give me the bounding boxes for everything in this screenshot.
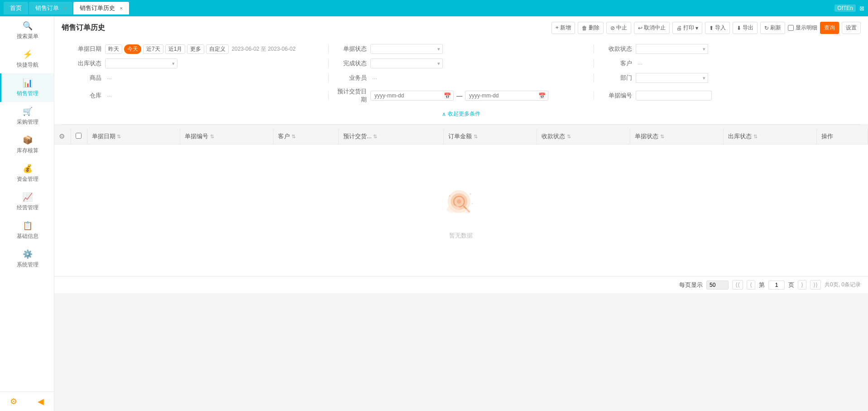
out-status-select[interactable] (105, 58, 177, 68)
th-amount-label: 订单金额 (448, 133, 472, 140)
cancel-stop-button[interactable]: ↩ 取消中止 (634, 22, 670, 34)
th-date[interactable]: 单据日期 ⇅ (87, 129, 180, 145)
new-button[interactable]: + 新增 (551, 22, 575, 34)
customer-picker-icon[interactable]: ··· (636, 60, 644, 67)
table-settings-icon[interactable]: ⚙ (59, 132, 65, 140)
filter-row-1: 单据日期 昨天 今天 近7天 近1月 更多 自定义 2023-06-02 至 2… (69, 44, 854, 54)
delete-button[interactable]: 🗑 删除 (578, 22, 604, 34)
search-icon: 🔍 (23, 21, 33, 31)
payment-select[interactable] (636, 44, 708, 54)
doc-no-input[interactable] (636, 91, 712, 101)
sort-date-icon[interactable]: ⇅ (117, 134, 121, 139)
page-label-before: 第 (759, 281, 765, 289)
query-button[interactable]: 查询 (820, 22, 839, 34)
status-select[interactable] (370, 44, 443, 54)
date-label: 单据日期 (69, 45, 105, 53)
quick-today[interactable]: 今天 (124, 44, 141, 54)
sort-doc-status-icon[interactable]: ⇅ (660, 134, 664, 139)
th-customer[interactable]: 客户 ⇅ (273, 129, 338, 145)
quick-yesterday[interactable]: 昨天 (105, 44, 122, 54)
sort-amount-icon[interactable]: ⇅ (474, 134, 478, 139)
stop-button[interactable]: ⊘ 中止 (606, 22, 631, 34)
page-size-select[interactable]: 50 20 100 (706, 280, 729, 290)
th-ops-label: 操作 (821, 133, 833, 140)
sidebar-item-purchase-mgmt[interactable]: 🛒 采购管理 (0, 102, 54, 131)
th-docno[interactable]: 单据编号 ⇅ (180, 129, 273, 145)
sort-customer-icon[interactable]: ⇅ (292, 134, 296, 139)
next-page-btn[interactable]: ⟩ (798, 280, 806, 290)
sort-out-status-icon[interactable]: ⇅ (753, 134, 758, 139)
collapse-row[interactable]: ∧ 收起更多条件 (69, 108, 854, 120)
svg-point-8 (470, 193, 471, 195)
expected-date-end[interactable] (465, 91, 548, 101)
complete-label: 完成状态 (334, 59, 370, 68)
status-filter-control: ▾ (370, 44, 588, 54)
sidebar-collapse-icon[interactable]: ◀ (38, 396, 44, 406)
divider-6 (594, 73, 594, 82)
out-status-control: ▾ (105, 58, 323, 68)
warehouse-picker-icon[interactable]: ··· (105, 92, 114, 99)
th-expected-date-label: 预计交货... (343, 133, 372, 140)
refresh-button[interactable]: ↻ 刷新 (760, 22, 785, 34)
import-button[interactable]: ⬆ 导入 (705, 22, 730, 34)
tab-home[interactable]: 首页 (4, 2, 28, 15)
th-payment-status[interactable]: 收款状态 ⇅ (537, 129, 630, 145)
goods-picker-icon[interactable]: ··· (105, 75, 114, 82)
expected-date-start[interactable] (370, 91, 454, 101)
sidebar-item-operations[interactable]: 📈 经营管理 (0, 188, 54, 216)
quick-7days[interactable]: 近7天 (143, 44, 163, 54)
settings-button[interactable]: 设置 (842, 22, 861, 34)
quick-custom[interactable]: 自定义 (206, 44, 229, 54)
often-badge[interactable]: OfTEn (834, 5, 856, 12)
page-size-label: 每页显示 (679, 281, 703, 289)
select-all-checkbox[interactable] (76, 133, 82, 139)
complete-select[interactable] (370, 58, 443, 68)
th-out-status[interactable]: 出库状态 ⇅ (723, 129, 816, 145)
print-button[interactable]: 🖨 打印 ▾ (672, 22, 702, 34)
sort-expected-date-icon[interactable]: ⇅ (373, 134, 377, 139)
divider-1 (328, 44, 329, 53)
sidebar-item-quick-nav[interactable]: ⚡ 快捷导航 (0, 45, 54, 73)
display-detail-input[interactable] (788, 25, 794, 31)
tab-sales-order-close[interactable]: × (63, 5, 66, 11)
warehouse-control: ··· (105, 92, 323, 99)
sidebar-item-sys-mgmt[interactable]: ⚙️ 系统管理 (0, 245, 54, 273)
tab-sales-order-history[interactable]: 销售订单历史 × (73, 2, 129, 15)
th-expected-date[interactable]: 预计交货... ⇅ (338, 129, 443, 145)
window-close-btn[interactable]: ⊠ (859, 5, 864, 12)
page-num-input[interactable] (768, 280, 785, 290)
dept-select[interactable] (636, 73, 708, 83)
tab-sales-order[interactable]: 销售订单 × (29, 2, 72, 15)
filter-row-4: 仓库 ··· 预计交货日期 📅 — (69, 87, 854, 104)
th-payment-status-label: 收款状态 (542, 133, 565, 140)
sort-payment-icon[interactable]: ⇅ (567, 134, 571, 139)
sidebar-item-inventory-label: 库存核算 (17, 147, 38, 155)
first-page-btn[interactable]: ⟨⟨ (732, 280, 743, 290)
th-customer-label: 客户 (278, 133, 290, 140)
divider-4 (594, 59, 594, 68)
stop-icon: ⊘ (610, 25, 615, 31)
quick-1month[interactable]: 近1月 (165, 44, 186, 54)
dept-select-wrapper: ▾ (636, 73, 708, 83)
display-detail-checkbox[interactable]: 显示明细 (788, 24, 817, 32)
sidebar-item-data[interactable]: 📋 基础信息 (0, 216, 54, 245)
last-page-btn[interactable]: ⟩⟩ (810, 280, 821, 290)
tab-sales-order-history-close[interactable]: × (120, 5, 122, 11)
filter-area: 单据日期 昨天 今天 近7天 近1月 更多 自定义 2023-06-02 至 2… (62, 39, 861, 125)
export-button[interactable]: ⬇ 导出 (733, 22, 758, 34)
sort-docno-icon[interactable]: ⇅ (210, 134, 214, 139)
prev-page-btn[interactable]: ⟨ (747, 280, 755, 290)
sidebar-item-inventory[interactable]: 📦 库存核算 (0, 131, 54, 159)
sidebar-item-finance[interactable]: 💰 资金管理 (0, 159, 54, 188)
th-doc-status[interactable]: 单据状态 ⇅ (630, 129, 723, 145)
th-amount[interactable]: 订单金额 ⇅ (443, 129, 537, 145)
expected-date-end-wrapper: 📅 (465, 91, 548, 101)
quick-more[interactable]: 更多 (187, 44, 204, 54)
gear-icon: ⚙️ (23, 249, 33, 259)
sidebar-settings-icon[interactable]: ⚙ (10, 396, 17, 406)
sidebar-item-sales-mgmt[interactable]: 📊 销售管理 (0, 73, 54, 102)
print-chevron-icon: ▾ (695, 25, 698, 31)
sidebar-item-search-menu[interactable]: 🔍 搜索菜单 (0, 16, 54, 45)
salesperson-picker-icon[interactable]: ··· (370, 75, 379, 82)
goods-control: ··· (105, 75, 323, 82)
